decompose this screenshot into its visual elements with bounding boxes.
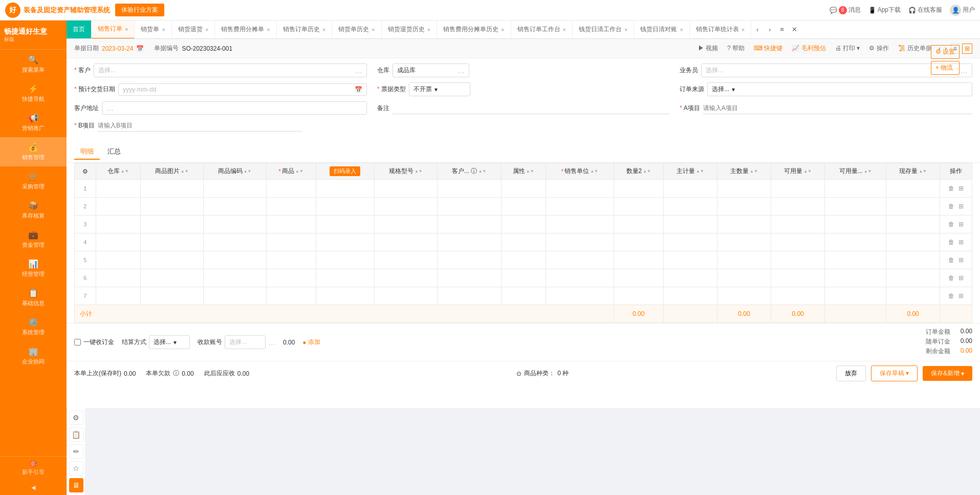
tab-close-sales-return-history[interactable]: × <box>372 27 375 33</box>
print-action-btn[interactable]: 🖨 打印 ▾ <box>833 43 863 54</box>
add-btn[interactable]: ● 添加 <box>302 338 320 347</box>
customer-input[interactable]: 选择... … <box>94 63 367 77</box>
sidebar-item-basic-info[interactable]: 📋 基础信息 <box>0 283 67 312</box>
sidebar-item-sales[interactable]: 💰 销售管理 <box>0 137 67 166</box>
sidebar-item-finance[interactable]: 💼 资金管理 <box>0 225 67 254</box>
row-copy-btn[interactable]: ⊞ <box>959 221 964 228</box>
row-delete-btn[interactable]: 🗑 <box>948 256 954 264</box>
solution-btn[interactable]: 体验行业方案 <box>115 4 164 16</box>
row-copy-btn[interactable]: ⊞ <box>959 239 964 246</box>
tab-sales-return-goods-history[interactable]: 销货退货历史 × <box>382 20 437 39</box>
sidebar-item-quick-nav[interactable]: ⚡ 快捷导航 <box>0 79 67 108</box>
one-click-checkbox[interactable]: 一键收订金 <box>74 338 114 347</box>
app-download-btn[interactable]: 📱 App下载 <box>868 6 901 14</box>
delivery-date-input[interactable]: yyyy-mm-dd 📅 <box>118 83 367 96</box>
row-copy-btn[interactable]: ⊞ <box>959 292 964 299</box>
tab-sales-order-stats[interactable]: 销售订单统计表 × <box>690 20 751 39</box>
row-copy-btn[interactable]: ⊞ <box>959 203 964 210</box>
tab-sales-fee-split-history[interactable]: 销售费用分摊单历史 × <box>437 20 511 39</box>
row-stock[interactable] <box>886 180 940 198</box>
tab-close-sales-order-stats[interactable]: × <box>742 27 745 33</box>
warehouse-input[interactable]: 成品库 … <box>393 63 469 77</box>
help-action-btn[interactable]: ? 帮助 <box>725 43 747 54</box>
sidebar-item-purchase[interactable]: 🛒 采购管理 <box>0 166 67 196</box>
tab-prev-btn[interactable]: ‹ <box>751 20 764 39</box>
add-side-btn[interactable]: + 物流 <box>931 61 960 75</box>
row-copy-btn[interactable]: ⊞ <box>959 185 964 192</box>
row-attribute[interactable] <box>501 180 546 198</box>
message-btn[interactable]: 💬 8 消息 <box>830 6 861 14</box>
tab-close-sales-return-goods-history[interactable]: × <box>427 27 430 33</box>
row-spec[interactable] <box>374 180 437 198</box>
customer-address-input[interactable]: … <box>102 101 367 115</box>
row-delete-btn[interactable]: 🗑 <box>948 203 954 210</box>
tab-sales-return-goods[interactable]: 销货退货 × <box>172 20 215 39</box>
online-service-btn[interactable]: 🎧 在线客服 <box>908 6 942 14</box>
tab-close-all-btn[interactable]: ✕ <box>788 20 800 39</box>
user-btn[interactable]: 👤 用户 <box>950 5 975 16</box>
ticket-type-select[interactable]: 不开票 ▾ <box>409 82 470 96</box>
row-copy-btn[interactable]: ⊞ <box>959 274 964 282</box>
row-delete-btn[interactable]: 🗑 <box>948 239 954 246</box>
tab-more-btn[interactable]: ≡ <box>776 20 788 39</box>
operate-action-btn[interactable]: ⚙ 操作 <box>866 43 891 54</box>
sidebar-item-enterprise[interactable]: 🏢 企业协同 <box>0 341 67 371</box>
row-available[interactable] <box>771 180 825 198</box>
row-delete-btn[interactable]: 🗑 <box>948 274 954 282</box>
b-project-input[interactable] <box>98 120 302 132</box>
sidebar-item-search-menu[interactable]: 🔍 搜索菜单 <box>0 50 67 79</box>
row-main-unit[interactable] <box>663 180 717 198</box>
right-panel-clipboard-btn[interactable]: 📋 <box>69 427 83 442</box>
row-main-qty[interactable] <box>717 180 771 198</box>
tab-close-sales-return[interactable]: × <box>162 27 165 33</box>
calendar-icon[interactable]: 📅 <box>355 86 362 93</box>
tab-sales-order-history[interactable]: 销售订单历史 × <box>277 20 332 39</box>
order-source-select[interactable]: 选择... ▾ <box>707 82 972 96</box>
row-unit[interactable] <box>546 180 614 198</box>
sidebar-item-marketing[interactable]: 📢 营销推广 <box>0 108 67 137</box>
tab-sales-order-workbench[interactable]: 销售订单工作台 × <box>511 20 573 39</box>
tab-close-sales-fee-split-history[interactable]: × <box>501 27 504 33</box>
address-more-icon[interactable]: … <box>106 104 114 112</box>
tab-summary[interactable]: 汇总 <box>101 144 127 160</box>
sidebar-item-operations[interactable]: 📊 经营管理 <box>0 254 67 283</box>
row-customer-code[interactable] <box>437 180 501 198</box>
payment-method-select[interactable]: 选择... ▾ <box>149 335 190 349</box>
row-delete-btn[interactable]: 🗑 <box>948 221 954 228</box>
profit-action-btn[interactable]: 📈 毛利预估 <box>789 43 828 54</box>
tab-close-sales-order-history[interactable]: × <box>322 27 325 33</box>
tab-detail[interactable]: 明细 <box>74 144 100 160</box>
remark-input[interactable] <box>393 102 670 114</box>
tab-sales-return-history[interactable]: 销货单历史 × <box>332 20 381 39</box>
tab-sales-fee-split[interactable]: 销售费用分摊单 × <box>215 20 276 39</box>
discard-btn[interactable]: 放弃 <box>836 365 866 381</box>
one-click-checkbox-input[interactable] <box>74 339 81 346</box>
row-product-img[interactable] <box>140 180 203 198</box>
sidebar-collapse-btn[interactable]: ◀ <box>0 480 67 495</box>
account-input[interactable]: 选择... <box>225 335 266 349</box>
customer-more-icon[interactable]: … <box>355 67 362 75</box>
warehouse-more-icon[interactable]: … <box>458 67 465 75</box>
a-project-input[interactable] <box>703 102 972 114</box>
right-panel-star-btn[interactable]: ☆ <box>69 461 83 476</box>
sidebar-item-inventory[interactable]: 📦 库存核算 <box>0 196 67 225</box>
date-picker-icon[interactable]: 📅 <box>136 45 144 52</box>
staff-more-icon[interactable]: … <box>961 67 968 75</box>
right-panel-screen-btn[interactable]: 🖥 <box>69 478 83 492</box>
sidebar-item-system[interactable]: ⚙️ 系统管理 <box>0 312 67 341</box>
tab-close-receivable-reconcile[interactable]: × <box>680 27 683 33</box>
tab-close-sales-return-goods[interactable]: × <box>205 27 208 33</box>
scan-enter-btn[interactable]: 扫码录入 <box>330 166 360 176</box>
tab-receivable-workbench[interactable]: 钱货日清工作台 × <box>573 20 634 39</box>
row-product[interactable] <box>266 180 316 198</box>
settings-side-btn[interactable]: ⚙ 设置 <box>931 45 960 59</box>
row-qty2[interactable] <box>614 180 663 198</box>
right-panel-edit-btn[interactable]: ✏ <box>69 444 83 459</box>
layout-grid-icon[interactable]: ⊞ <box>962 44 972 54</box>
save-new-btn[interactable]: 保存&新增 ▾ <box>923 366 972 381</box>
tab-close-sales-order[interactable]: × <box>125 26 128 32</box>
row-copy-btn[interactable]: ⊞ <box>959 256 964 264</box>
col-settings[interactable]: ⚙ <box>75 163 96 180</box>
row-product-code[interactable] <box>203 180 266 198</box>
tab-receivable-reconcile[interactable]: 钱货日清对账 × <box>634 20 689 39</box>
